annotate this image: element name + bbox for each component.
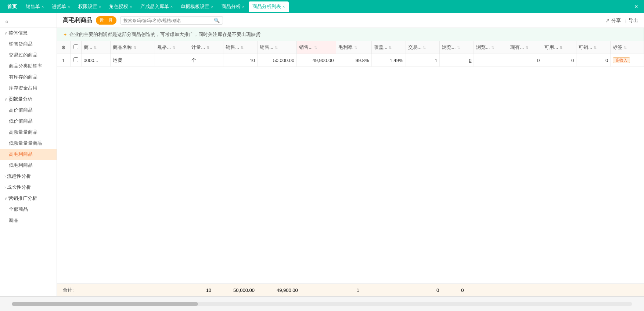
cell-code: 0000...	[81, 54, 111, 67]
sidebar-item-low-profit[interactable]: 低毛利商品	[0, 160, 57, 171]
cell-coverage: 1.49%	[371, 54, 406, 67]
col-gross-margin[interactable]: 毛利率 ⇅	[336, 41, 371, 54]
sidebar-item-traded-goods[interactable]: 交易过的商品	[0, 50, 57, 61]
nav-tab-home-label: 首页	[7, 3, 17, 10]
nav-tab-template-label: 单据模板设置	[181, 3, 209, 10]
nav-tab-role-close[interactable]: ×	[130, 4, 132, 9]
nav-tab-home[interactable]: 首页	[3, 1, 21, 12]
nav-tab-sales[interactable]: 销售单 ×	[22, 1, 47, 12]
expand-arrow-trend: ›	[4, 174, 6, 178]
notice-text: 企业的主要的利润都是这部分商品创造的，可考虑加大推广，同时关注库存是不要出现缺货	[69, 31, 260, 38]
cell-unit: 个	[189, 54, 223, 67]
share-button[interactable]: ↗ 分享	[605, 17, 621, 24]
nav-tab-template[interactable]: 单据模板设置 ×	[177, 1, 217, 12]
export-button[interactable]: ↓ 导出	[625, 17, 638, 24]
export-icon: ↓	[625, 18, 627, 23]
sidebar-collapse-button[interactable]: «	[3, 18, 11, 26]
page-title: 高毛利商品	[63, 17, 92, 24]
col-sales-profit[interactable]: 销售... ⇅	[297, 41, 336, 54]
sidebar-section-wealth[interactable]: ∨ 贡献量分析	[0, 94, 57, 105]
footer-sellable: 0	[461, 288, 464, 293]
cell-browse1[interactable]: 0	[440, 54, 474, 67]
col-browse2[interactable]: 浏览... ⇅	[474, 41, 508, 54]
window-close-button[interactable]: ×	[631, 3, 641, 10]
col-transaction[interactable]: 交易... ⇅	[406, 41, 440, 54]
footer-sales-profit: 49,900.00	[277, 288, 298, 293]
search-input[interactable]	[123, 18, 212, 23]
cell-no: 1	[57, 54, 70, 67]
nav-tab-permission-close[interactable]: ×	[99, 4, 101, 9]
col-browse1[interactable]: 浏览... ⇅	[440, 41, 474, 54]
col-sales-amount[interactable]: 销售... ⇅	[258, 41, 297, 54]
cell-tag: 高收入	[611, 54, 644, 67]
footer-values: 10 50,000.00 49,900.00 1 0 0	[78, 288, 638, 293]
nav-tab-analysis-list-close[interactable]: ×	[283, 4, 285, 9]
sidebar-item-sales-goods[interactable]: 销售货商品	[0, 39, 57, 50]
cell-current: 0	[508, 54, 542, 67]
sidebar-section-overall[interactable]: ∨ 整体信息	[0, 28, 57, 39]
data-table: ⚙ 商... ⇅ 商品名称 ⇅ 规格... ⇅	[57, 41, 644, 67]
content-area: 高毛利商品 近一月 🔍 ↗ 分享 ↓ 导出 ✦ 企业的主要的利润都是这部分商品创…	[57, 13, 644, 296]
nav-tab-sales-close[interactable]: ×	[42, 4, 44, 9]
sidebar-section-marketing[interactable]: ∨ 营销推广分析	[0, 193, 57, 204]
nav-tab-finished-close[interactable]: ×	[170, 4, 173, 9]
sidebar-item-inventory-goods[interactable]: 有库存的商品	[0, 72, 57, 83]
cell-gross-margin: 99.8%	[336, 54, 371, 67]
col-coverage[interactable]: 覆盖... ⇅	[371, 41, 406, 54]
sidebar-item-all-goods[interactable]: 全部商品	[0, 204, 57, 215]
export-label: 导出	[629, 17, 638, 24]
nav-tab-analysis-list-label: 商品分析列表	[252, 3, 281, 10]
sidebar-item-goods-contrib[interactable]: 商品分类助销率	[0, 61, 57, 72]
top-nav-right: ×	[631, 3, 641, 11]
sidebar-item-inventory-capital[interactable]: 库存资金占用	[0, 83, 57, 94]
nav-tab-template-close[interactable]: ×	[211, 4, 213, 9]
footer-transaction: 1	[357, 288, 359, 293]
top-nav: 首页 销售单 × 进货单 × 权限设置 × 角色授权 × 产成品入库单 × 单据…	[0, 0, 644, 13]
sidebar: « ∨ 整体信息 销售货商品 交易过的商品 商品分类助销率 有库存的商品 库存资…	[0, 13, 57, 296]
sidebar-item-new-goods[interactable]: 新品	[0, 215, 57, 226]
nav-tab-purchase[interactable]: 进货单 ×	[48, 1, 73, 12]
nav-tab-role[interactable]: 角色授权 ×	[105, 1, 136, 12]
col-sellable[interactable]: 可销... ⇅	[576, 41, 611, 54]
gear-icon[interactable]: ⚙	[61, 45, 66, 50]
horizontal-scrollbar[interactable]	[12, 302, 632, 306]
sidebar-item-high-value[interactable]: 高价值商品	[0, 105, 57, 116]
nav-tab-finished-label: 产成品入库单	[140, 3, 169, 10]
cell-sellable: 0	[576, 54, 611, 67]
col-code[interactable]: 商... ⇅	[81, 41, 111, 54]
cell-name: 运费	[111, 54, 155, 67]
collapse-arrow-wealth: ∨	[4, 97, 7, 101]
col-available[interactable]: 可用... ⇅	[542, 41, 576, 54]
col-current[interactable]: 现有... ⇅	[508, 41, 542, 54]
col-sales-qty[interactable]: 销售... ⇅	[223, 41, 258, 54]
sidebar-item-high-freq[interactable]: 高频量量商品	[0, 127, 57, 138]
sidebar-item-high-profit[interactable]: 高毛利商品	[0, 149, 57, 160]
nav-tab-finished[interactable]: 产成品入库单 ×	[137, 1, 176, 12]
col-tag[interactable]: 标签 ⇅	[611, 41, 644, 54]
table-container[interactable]: ⚙ 商... ⇅ 商品名称 ⇅ 规格... ⇅	[57, 41, 644, 283]
sidebar-item-low-freq[interactable]: 低频量量量商品	[0, 138, 57, 149]
select-all-checkbox[interactable]	[73, 44, 78, 49]
nav-tab-purchase-close[interactable]: ×	[68, 4, 70, 9]
nav-tab-analysis[interactable]: 商品分析 ×	[218, 1, 248, 12]
cell-checkbox[interactable]	[70, 54, 81, 67]
cell-spec	[155, 54, 189, 67]
nav-tab-analysis-close[interactable]: ×	[242, 4, 244, 9]
search-icon[interactable]: 🔍	[214, 18, 220, 23]
sidebar-item-low-value[interactable]: 低价值商品	[0, 116, 57, 127]
scrollbar-thumb[interactable]	[12, 302, 198, 306]
share-label: 分享	[611, 17, 621, 24]
col-unit[interactable]: 计量... ⇅	[189, 41, 223, 54]
nav-tab-permission[interactable]: 权限设置 ×	[75, 1, 105, 12]
col-spec[interactable]: 规格... ⇅	[155, 41, 189, 54]
footer-sales-qty: 10	[206, 288, 211, 293]
filter-period-button[interactable]: 近一月	[96, 16, 116, 25]
expand-arrow-growth: ›	[4, 185, 6, 189]
sidebar-section-growth[interactable]: › 成长性分析	[0, 182, 57, 193]
nav-tab-analysis-label: 商品分析	[222, 3, 241, 10]
collapse-arrow-marketing: ∨	[4, 196, 7, 200]
sidebar-section-trend[interactable]: › 流趋性分析	[0, 171, 57, 182]
sidebar-section-overall-label: 整体信息	[8, 30, 28, 36]
nav-tab-analysis-list[interactable]: 商品分析列表 ×	[249, 1, 288, 12]
col-name[interactable]: 商品名称 ⇅	[111, 41, 155, 54]
